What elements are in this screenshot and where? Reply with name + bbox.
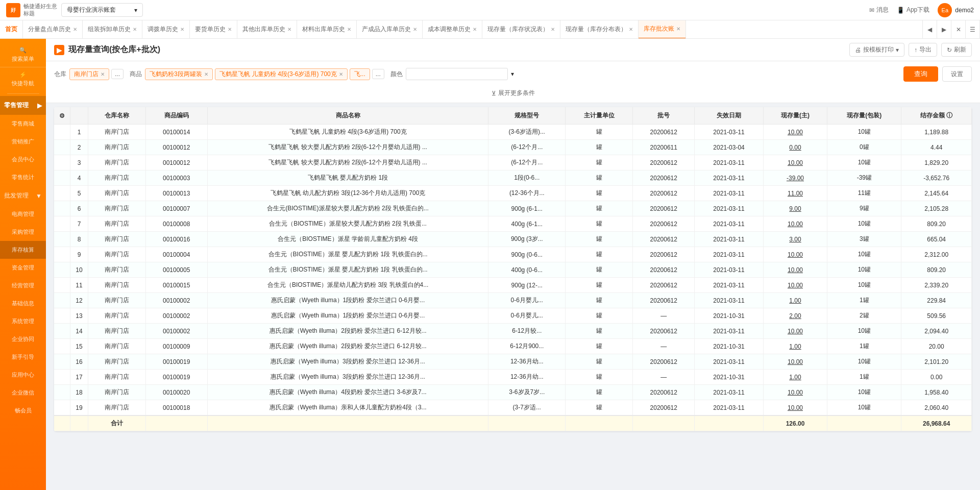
tab-close-icon[interactable]: ✕ [676, 26, 680, 32]
table-cell[interactable]: 10.00 [763, 262, 827, 278]
tab-close-icon[interactable]: ✕ [551, 27, 555, 32]
table-cell: 20200612 [633, 354, 695, 370]
table-cell[interactable]: 10.00 [763, 125, 827, 140]
print-btn[interactable]: 🖨 按模板打印 ▾ [849, 43, 904, 57]
export-btn[interactable]: ↑ 导出 [909, 43, 937, 57]
tab-home[interactable]: 首页 [0, 20, 23, 39]
sidebar-item-stock[interactable]: 库存核算 [0, 241, 46, 259]
table-cell: 809.20 [901, 262, 972, 278]
warehouse-tag-0: 南岸门店 ✕ [69, 68, 109, 80]
table-cell: 惠氏启蒙（Wyeth illuma）4段奶粉 爱尔兰进口 3-6岁及7... [207, 385, 488, 400]
user-menu[interactable]: Ea demo2 [938, 3, 974, 17]
product-tag-remove-1[interactable]: ✕ [339, 71, 343, 77]
table-cell[interactable]: 2.00 [763, 308, 827, 324]
tab-tiaoBo[interactable]: 调拨单历史 ✕ [142, 20, 190, 39]
table-cell: 00100019 [145, 354, 207, 370]
sidebar-item-guide[interactable]: 新手引导 [0, 348, 46, 366]
table-cell: 10罐 [827, 354, 901, 370]
tab-chancheng[interactable]: 产成品入库单历史 ✕ [357, 20, 423, 39]
tab-close-icon[interactable]: ✕ [473, 27, 477, 32]
tab-xiancun2[interactable]: 现存量（库存分布表） ✕ [560, 20, 639, 39]
sidebar-item-appcenter[interactable]: 应用中心 [0, 366, 46, 384]
tab-close-icon[interactable]: ✕ [180, 27, 184, 32]
table-cell: 罐 [566, 125, 633, 140]
sidebar-search-btn[interactable]: 🔍 搜索菜单 [0, 43, 46, 67]
table-cell[interactable]: 10.00 [763, 155, 827, 170]
sidebar-item-system[interactable]: 系统管理 [0, 312, 46, 330]
tab-close-icon[interactable]: ✕ [133, 27, 137, 32]
sidebar-item-ecommerce[interactable]: 电商管理 [0, 205, 46, 223]
tab-close-icon[interactable]: ✕ [629, 27, 633, 32]
tab-close-all-btn[interactable]: ✕ [951, 20, 966, 39]
settings-btn[interactable]: 设置 [942, 66, 972, 82]
sidebar-item-retail-mgmt[interactable]: 零售管理 ▶ [0, 96, 46, 115]
tab-kucun[interactable]: 库存批次账 ✕ [639, 20, 686, 39]
table-cell: 00100016 [145, 232, 207, 247]
sidebar-item-basic[interactable]: 基础信息 [0, 295, 46, 312]
table-cell[interactable]: 10.00 [763, 324, 827, 339]
tab-next-btn[interactable]: ▶ [937, 20, 951, 39]
product-more[interactable]: ... [372, 69, 384, 79]
table-cell[interactable]: 10.00 [763, 385, 827, 400]
logo-text: 畅捷通好生意 标题 [23, 3, 57, 16]
table-cell[interactable]: 3.00 [763, 232, 827, 247]
sidebar-item-finance[interactable]: 资金管理 [0, 259, 46, 277]
tab-close-icon[interactable]: ✕ [413, 27, 417, 32]
app-download-btn[interactable]: 📱 App下载 [897, 6, 929, 14]
tab-zuchai[interactable]: 组装拆卸单历史 ✕ [83, 20, 142, 39]
sidebar-item-retail-shop[interactable]: 零售商城 [0, 115, 46, 133]
table-cell[interactable]: 10.00 [763, 400, 827, 416]
table-cell[interactable]: 1.00 [763, 339, 827, 354]
table-cell: — [633, 339, 695, 354]
query-btn[interactable]: 查询 [903, 66, 938, 82]
sidebar-item-marketing[interactable]: 营销推广 [0, 133, 46, 151]
row-num-cell: 10 [70, 262, 88, 278]
color-input[interactable] [406, 68, 508, 80]
settings-col-header[interactable]: ⚙ [54, 107, 70, 125]
export-icon: ↑ [914, 46, 917, 54]
table-cell[interactable]: 10.00 [763, 247, 827, 262]
table-cell[interactable]: 9.00 [763, 201, 827, 216]
table-cell: 2,339.20 [901, 278, 972, 293]
refresh-btn[interactable]: ↻ 刷新 [941, 43, 972, 57]
sidebar-item-wholesale[interactable]: 批发管理 ▼ [0, 186, 46, 205]
table-cell[interactable]: 10.00 [763, 216, 827, 232]
sidebar-item-purchase[interactable]: 采购管理 [0, 223, 46, 241]
sidebar-item-ops[interactable]: 经营管理 [0, 277, 46, 295]
tab-fenpan[interactable]: 分量盘点单历史 ✕ [23, 20, 83, 39]
warehouse-tag-remove-0[interactable]: ✕ [101, 71, 105, 77]
tab-qitachu[interactable]: 其他出库单历史 ✕ [237, 20, 297, 39]
table-cell[interactable]: 10.00 [763, 354, 827, 370]
tab-close-icon[interactable]: ✕ [287, 27, 291, 32]
tab-cailiao[interactable]: 材料出库单历史 ✕ [297, 20, 357, 39]
table-cell[interactable]: -39.00 [763, 170, 827, 186]
tab-prev-btn[interactable]: ◀ [923, 20, 937, 39]
product-tag-remove-0[interactable]: ✕ [204, 71, 208, 77]
message-btn[interactable]: ✉ 消息 [869, 6, 889, 14]
table-cell: 2021-03-11 [695, 232, 763, 247]
sidebar-item-corpwechat[interactable]: 企业微信 [0, 384, 46, 402]
expand-sidebar-btn[interactable]: ▶ [54, 45, 64, 55]
sidebar-item-vip[interactable]: 畅会员 [0, 402, 46, 420]
tab-xiancun1[interactable]: 现存量（库存状况表） ✕ [482, 20, 560, 39]
tab-close-icon[interactable]: ✕ [347, 27, 351, 32]
tab-menu-btn[interactable]: ☰ [966, 20, 980, 39]
table-cell[interactable]: 10.00 [763, 278, 827, 293]
sidebar-item-member[interactable]: 会员中心 [0, 151, 46, 168]
expand-conditions-btn[interactable]: ⊻ 展开更多条件 [492, 89, 535, 97]
sidebar-quick-nav-btn[interactable]: ⚡ 快捷导航 [0, 67, 46, 91]
sidebar-item-retail-stats[interactable]: 零售统计 [0, 168, 46, 186]
table-cell: 南岸门店 [88, 247, 146, 262]
table-cell[interactable]: 11.00 [763, 186, 827, 201]
tab-chengben[interactable]: 成本调整单历史 ✕ [423, 20, 482, 39]
tab-yaohuo[interactable]: 要货单历史 ✕ [190, 20, 237, 39]
table-cell[interactable]: 1.00 [763, 293, 827, 308]
tab-close-icon[interactable]: ✕ [228, 27, 232, 32]
main-layout: 🔍 搜索菜单 ⚡ 快捷导航 零售管理 ▶ 零售商城 营销推广 会员中心 零售统计… [0, 39, 980, 490]
tab-close-icon[interactable]: ✕ [73, 27, 77, 32]
table-cell[interactable]: 0.00 [763, 140, 827, 155]
sidebar-item-corp[interactable]: 企业协同 [0, 330, 46, 348]
company-selector[interactable]: 母婴行业演示账套 ▾ [61, 3, 143, 17]
warehouse-more[interactable]: ... [111, 69, 124, 79]
table-cell[interactable]: 1.00 [763, 370, 827, 385]
